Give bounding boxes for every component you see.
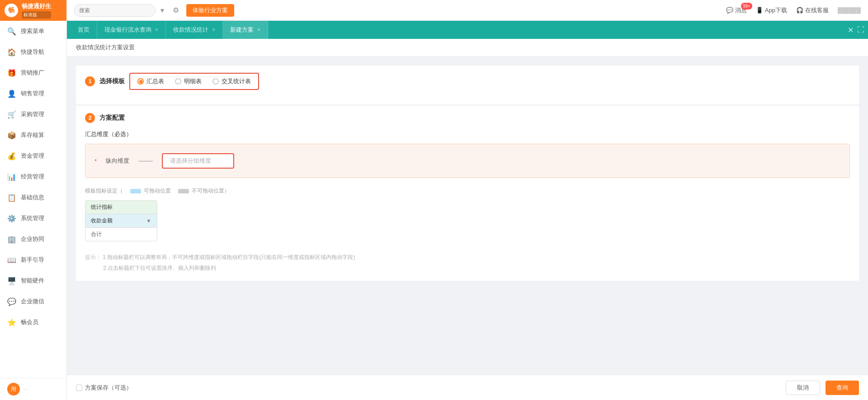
sales-icon: 👤 — [7, 89, 16, 98]
sidebar-item-inventory[interactable]: 📦 库存核算 — [0, 125, 66, 146]
radio-summary-circle — [137, 78, 144, 85]
tab-new-plan-close[interactable]: × — [257, 27, 260, 33]
radio-cross[interactable]: 交叉统计表 — [212, 77, 251, 85]
query-button[interactable]: 查询 — [826, 381, 859, 395]
metrics-section: 模板指标设定（ 可拖动位置 不可拖动位置） 统计指标 — [85, 187, 850, 243]
bottom-bar: 方案保存（可选） 取消 查询 — [67, 375, 868, 400]
step1-header: 1 选择模板 汇总表 明细表 交叉统计表 — [85, 73, 850, 90]
sidebar-item-quick-nav[interactable]: 🏠 快捷导航 — [0, 42, 66, 62]
sidebar-item-label: 畅会员 — [21, 318, 38, 326]
sidebar-item-member[interactable]: ⭐ 畅会员 — [0, 312, 66, 333]
newbie-icon: 📖 — [7, 255, 16, 264]
user-avatar: 用 — [7, 383, 20, 395]
sidebar-item-wechat[interactable]: 💬 企业微信 — [0, 291, 66, 312]
movable-hint: 可拖动位置 — [130, 187, 171, 195]
dimension-select[interactable]: 请选择分组维度 — [162, 153, 234, 169]
member-icon: ⭐ — [7, 318, 16, 327]
tab-receipt-stat-label: 收款情况统计 — [173, 26, 208, 34]
save-label: 方案保存（可选） — [85, 384, 132, 392]
fixed-label: 不可拖动位置） — [192, 187, 230, 195]
sidebar-item-system[interactable]: ⚙️ 系统管理 — [0, 208, 66, 229]
app-icon: 📱 — [756, 7, 763, 14]
sidebar-item-label: 销售管理 — [21, 89, 44, 98]
save-checkbox[interactable] — [76, 385, 82, 391]
radio-detail-circle — [175, 78, 181, 85]
required-mark: * — [94, 158, 97, 165]
sidebar-item-label: 新手引导 — [21, 256, 44, 264]
logo-icon: 畅 — [5, 4, 18, 17]
search-menu-icon: 🔍 — [7, 27, 16, 36]
message-btn[interactable]: 💬 消息 99+ — [726, 6, 747, 14]
tab-bank-flow-close[interactable]: × — [155, 27, 158, 33]
tab-home[interactable]: 首页 — [71, 21, 97, 39]
sidebar-item-sales[interactable]: 👤 销售管理 — [0, 83, 66, 104]
page-header: 收款情况统计方案设置 — [67, 39, 868, 56]
sidebar-item-label: 资金管理 — [21, 152, 44, 160]
logo-text-group: 畅捷通好生 标准版 — [22, 2, 51, 19]
sidebar-item-newbie[interactable]: 📖 新手引导 — [0, 249, 66, 270]
tab-receipt-stat-close[interactable]: × — [212, 27, 215, 33]
sidebar-item-label: 搜索菜单 — [21, 27, 44, 35]
online-service-btn[interactable]: 🎧 在线客服 — [796, 6, 829, 14]
sidebar-item-marketing[interactable]: 🎁 营销推广 — [0, 62, 66, 83]
expand-window-icon[interactable]: ⛶ — [857, 26, 864, 34]
vertical-dimension-label: 纵向维度 — [106, 157, 129, 165]
tab-bank-flow[interactable]: 现金银行流水查询 × — [97, 21, 166, 39]
sidebar-item-enterprise[interactable]: 🏢 企业协同 — [0, 229, 66, 249]
user-name-display: ··· — [24, 386, 28, 392]
template-radio-group: 汇总表 明细表 交叉统计表 — [129, 73, 259, 90]
app-download-btn[interactable]: 📱 App下载 — [756, 6, 787, 14]
sidebar-item-label: 企业微信 — [21, 297, 44, 306]
radio-detail[interactable]: 明细表 — [175, 77, 202, 85]
sidebar-item-label: 快捷导航 — [21, 48, 44, 56]
step1-title: 选择模板 — [99, 77, 125, 85]
cancel-button[interactable]: 取消 — [786, 381, 820, 395]
industry-btn[interactable]: 体验行业方案 — [186, 4, 234, 17]
sidebar-item-search-menu[interactable]: 🔍 搜索菜单 — [0, 21, 66, 42]
sidebar-item-operation[interactable]: 📊 经营管理 — [0, 166, 66, 187]
message-icon: 💬 — [726, 7, 733, 14]
enterprise-icon: 🏢 — [7, 235, 16, 244]
bottom-actions: 取消 查询 — [786, 381, 859, 395]
search-input[interactable] — [74, 4, 156, 17]
sidebar-item-basic[interactable]: 📋 基础信息 — [0, 187, 66, 208]
step2-title: 方案配置 — [99, 114, 125, 122]
sidebar-item-hardware[interactable]: 🖥️ 智能硬件 — [0, 270, 66, 291]
close-window-icon[interactable]: ✕ — [848, 26, 854, 34]
fixed-indicator — [178, 189, 189, 193]
tab-new-plan[interactable]: 新建方案 × — [223, 21, 268, 39]
purchase-icon: 🛒 — [7, 110, 16, 119]
dimension-select-placeholder: 请选择分组维度 — [170, 157, 211, 164]
dimension-arrow: —— — [138, 157, 153, 165]
section-divider — [76, 104, 859, 105]
step2-section: 2 方案配置 汇总维度（必选） * 纵向维度 —— 请选择分组维度 模板指标 — [76, 106, 859, 281]
sidebar: 畅 畅捷通好生 标准版 🔍 搜索菜单 🏠 快捷导航 🎁 营销推广 👤 销售管理 … — [0, 0, 67, 400]
metrics-table-header: 统计指标 — [85, 201, 157, 214]
step1-section: 1 选择模板 汇总表 明细表 交叉统计表 — [76, 66, 859, 104]
metrics-cell-receipt[interactable]: 收款金额 ▼ — [85, 214, 157, 228]
system-icon: ⚙️ — [7, 214, 16, 223]
sidebar-item-label: 营销推广 — [21, 69, 44, 77]
radio-summary[interactable]: 汇总表 — [137, 77, 164, 85]
tab-receipt-stat[interactable]: 收款情况统计 × — [166, 21, 223, 39]
search-icon: ▼ — [159, 7, 165, 14]
operation-icon: 📊 — [7, 172, 16, 181]
hardware-icon: 🖥️ — [7, 276, 16, 285]
tips-title: 提示： — [85, 254, 101, 260]
tab-new-plan-label: 新建方案 — [230, 26, 254, 34]
sidebar-item-finance[interactable]: 💰 资金管理 — [0, 146, 66, 166]
settings-icon[interactable]: ⚙ — [173, 6, 179, 14]
message-count: 99+ — [741, 3, 752, 9]
metrics-cell-dropdown-icon[interactable]: ▼ — [146, 218, 151, 224]
radio-cross-circle — [212, 78, 219, 85]
radio-summary-label: 汇总表 — [146, 77, 164, 85]
sidebar-item-label: 基础信息 — [21, 193, 44, 202]
sidebar-bottom: 用 ··· — [0, 378, 66, 400]
sidebar-item-purchase[interactable]: 🛒 采购管理 — [0, 104, 66, 125]
tips-line2: 2.点击标题栏下拉可设置排序、插入列和删除列 — [103, 265, 216, 271]
page-header-title: 收款情况统计方案设置 — [76, 44, 135, 51]
dimension-area: * 纵向维度 —— 请选择分组维度 — [85, 144, 850, 178]
tabs-controls: ✕ ⛶ — [848, 26, 864, 34]
online-service-label: 在线客服 — [805, 6, 829, 14]
finance-icon: 💰 — [7, 151, 16, 160]
